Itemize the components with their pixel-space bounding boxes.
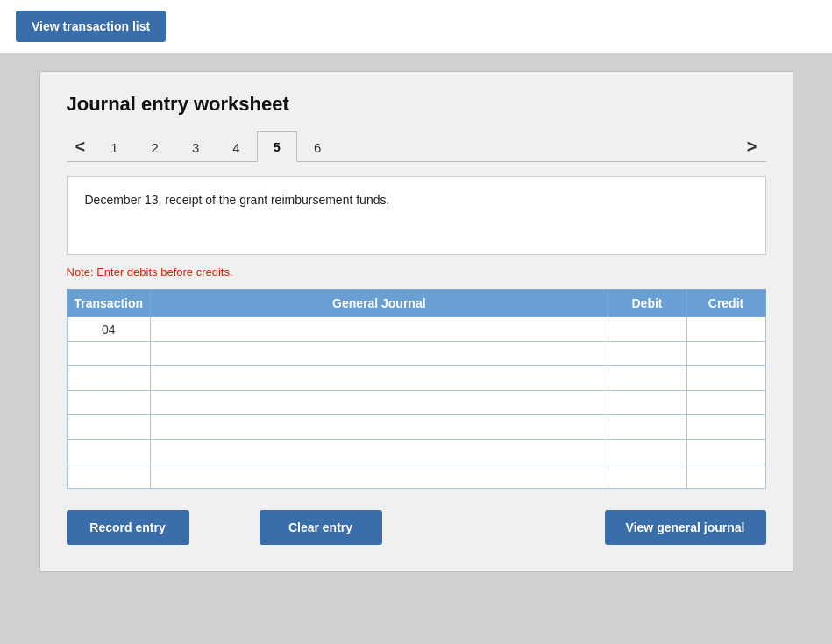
tab-4[interactable]: 4	[216, 132, 256, 162]
debit-input-cell[interactable]	[608, 415, 686, 440]
journal-input[interactable]	[151, 317, 607, 341]
tab-1[interactable]: 1	[94, 132, 134, 162]
journal-input-cell[interactable]	[151, 391, 608, 415]
debit-input-cell[interactable]	[608, 317, 686, 342]
tab-3[interactable]: 3	[175, 132, 216, 162]
journal-input[interactable]	[151, 464, 607, 488]
journal-input-cell[interactable]	[151, 464, 608, 489]
transaction-cell	[67, 440, 151, 464]
debit-input[interactable]	[608, 464, 686, 488]
credit-input-cell[interactable]	[686, 317, 765, 342]
header-credit: Credit	[686, 290, 765, 317]
clear-entry-button[interactable]: Clear entry	[260, 510, 382, 545]
record-entry-button[interactable]: Record entry	[67, 510, 189, 545]
tab-prev-button[interactable]: <	[67, 134, 95, 159]
journal-input[interactable]	[151, 366, 607, 390]
transaction-cell	[67, 415, 151, 440]
transaction-cell	[67, 342, 151, 366]
credit-input-cell[interactable]	[686, 440, 765, 464]
debit-input[interactable]	[608, 317, 686, 341]
tab-5[interactable]: 5	[257, 131, 297, 162]
transaction-cell: 04	[67, 317, 151, 342]
debit-input-cell[interactable]	[608, 440, 686, 464]
debit-input[interactable]	[608, 391, 686, 414]
debit-input[interactable]	[608, 366, 686, 390]
table-row	[67, 391, 765, 415]
credit-input[interactable]	[687, 317, 765, 341]
credit-input-cell[interactable]	[686, 366, 765, 391]
main-container: Journal entry worksheet < 1 2 3 4 5 6 > …	[39, 71, 793, 572]
journal-input-cell[interactable]	[151, 440, 608, 464]
journal-input-cell[interactable]	[151, 366, 608, 391]
credit-input-cell[interactable]	[686, 464, 765, 489]
description-box: December 13, receipt of the grant reimbu…	[67, 176, 766, 255]
debit-input[interactable]	[608, 415, 686, 439]
debit-input-cell[interactable]	[608, 391, 686, 415]
table-row	[67, 440, 765, 464]
credit-input[interactable]	[687, 440, 765, 464]
journal-input[interactable]	[151, 415, 607, 439]
debit-input[interactable]	[608, 342, 686, 365]
credit-input-cell[interactable]	[686, 415, 765, 440]
top-bar: View transaction list	[0, 0, 832, 53]
buttons-row: Record entry Clear entry View general jo…	[67, 510, 766, 545]
table-row	[67, 464, 765, 489]
header-debit: Debit	[608, 290, 686, 317]
journal-table: Transaction General Journal Debit Credit…	[67, 289, 766, 489]
journal-input[interactable]	[151, 342, 607, 365]
note-text: Note: Enter debits before credits.	[67, 265, 766, 279]
transaction-cell	[67, 391, 151, 415]
table-row	[67, 415, 765, 440]
transaction-cell	[67, 366, 151, 391]
view-transaction-button[interactable]: View transaction list	[16, 11, 166, 42]
tab-next-button[interactable]: >	[738, 134, 766, 159]
credit-input[interactable]	[687, 342, 765, 365]
header-transaction: Transaction	[67, 290, 151, 317]
table-row	[67, 342, 765, 366]
journal-input-cell[interactable]	[151, 317, 608, 342]
tabs-row: < 1 2 3 4 5 6 >	[67, 131, 766, 162]
debit-input-cell[interactable]	[608, 464, 686, 489]
table-row: 04	[67, 317, 765, 342]
table-row	[67, 366, 765, 391]
debit-input[interactable]	[608, 440, 686, 464]
view-general-journal-button[interactable]: View general journal	[605, 510, 766, 545]
header-general-journal: General Journal	[151, 290, 608, 317]
tab-2[interactable]: 2	[135, 132, 175, 162]
worksheet-title: Journal entry worksheet	[67, 93, 766, 116]
journal-input-cell[interactable]	[151, 342, 608, 366]
credit-input-cell[interactable]	[686, 391, 765, 415]
journal-input[interactable]	[151, 440, 607, 464]
journal-input[interactable]	[151, 391, 607, 414]
credit-input[interactable]	[687, 464, 765, 488]
debit-input-cell[interactable]	[608, 366, 686, 391]
credit-input[interactable]	[687, 415, 765, 439]
credit-input[interactable]	[687, 391, 765, 414]
credit-input[interactable]	[687, 366, 765, 390]
tab-6[interactable]: 6	[297, 132, 338, 162]
credit-input-cell[interactable]	[686, 342, 765, 366]
journal-input-cell[interactable]	[151, 415, 608, 440]
debit-input-cell[interactable]	[608, 342, 686, 366]
transaction-cell	[67, 464, 151, 489]
